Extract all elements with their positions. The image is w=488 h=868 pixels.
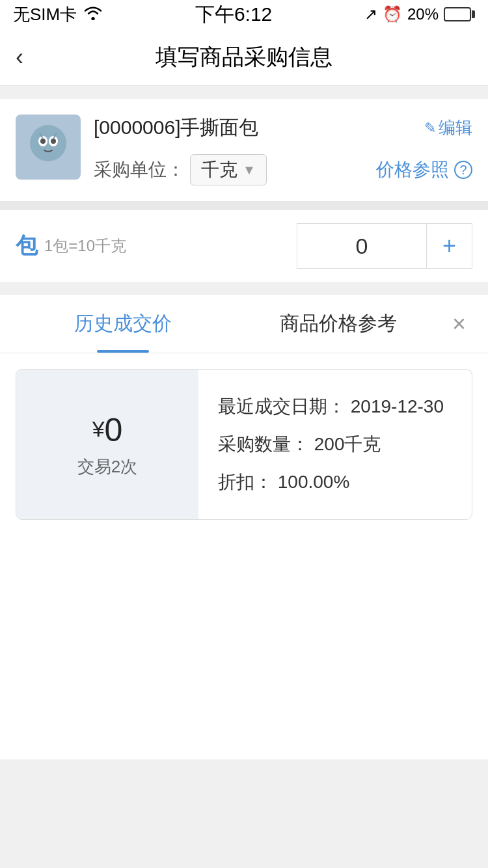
price-ref-label: 价格参照 <box>376 157 449 182</box>
svg-point-0 <box>30 125 66 161</box>
quantity-label: 包 1包=10千克 <box>16 231 126 261</box>
recent-date-value: 2019-12-30 <box>351 396 444 416</box>
tab-history-price[interactable]: 历史成交价 <box>16 295 230 353</box>
svg-point-3 <box>40 139 46 144</box>
discount-row: 折扣： 100.00% <box>218 468 452 496</box>
history-card: ¥0 交易2次 最近成交日期： 2019-12-30 采购数量： 200千克 折… <box>16 369 472 520</box>
edit-icon: ✎ <box>424 120 436 137</box>
package-note: 1包=10千克 <box>44 236 126 256</box>
history-details-panel: 最近成交日期： 2019-12-30 采购数量： 200千克 折扣： 100.0… <box>198 370 472 519</box>
wifi-icon <box>83 5 103 25</box>
tab-content: ¥0 交易2次 最近成交日期： 2019-12-30 采购数量： 200千克 折… <box>0 369 488 759</box>
unit-label: 采购单位： <box>94 157 185 182</box>
price-ref-help-icon: ? <box>454 161 472 179</box>
tab-close-button[interactable]: × <box>446 304 472 344</box>
quantity-input-group: + <box>297 223 472 269</box>
unit-dropdown-arrow: ▼ <box>243 163 256 178</box>
product-unit-row: 采购单位： 千克 ▼ 价格参照 ? <box>94 154 472 185</box>
purchase-qty-row: 采购数量： 200千克 <box>218 431 452 458</box>
edit-button[interactable]: ✎ 编辑 <box>424 116 472 139</box>
history-price-value: ¥0 <box>92 411 123 449</box>
page-title: 填写商品采购信息 <box>156 42 332 72</box>
battery-icon <box>444 7 475 21</box>
location-icon: ↗ <box>364 5 377 23</box>
product-thumb-icon <box>25 120 71 174</box>
product-name: [0000006]手撕面包 <box>94 115 258 141</box>
status-time: 下午6:12 <box>195 1 272 28</box>
tabs-container: 历史成交价 商品价格参考 × ¥0 交易2次 最近成交日期： 2019-12-3… <box>0 295 488 759</box>
purchase-qty-value: 200千克 <box>314 434 381 454</box>
status-bar: 无SIM卡 下午6:12 ↗ ⏰ 20% <box>0 0 488 29</box>
product-header: [0000006]手撕面包 ✎ 编辑 <box>94 115 472 141</box>
back-button[interactable]: ‹ <box>16 44 23 71</box>
battery-percent: 20% <box>407 5 439 23</box>
unit-value: 千克 <box>201 157 237 182</box>
history-price-panel: ¥0 交易2次 <box>16 370 198 519</box>
purchase-qty-label: 采购数量： <box>218 434 309 454</box>
navigation-bar: ‹ 填写商品采购信息 <box>0 29 488 86</box>
status-right: ↗ ⏰ 20% <box>364 5 475 23</box>
currency-symbol: ¥ <box>92 416 105 441</box>
package-icon: 包 <box>16 231 38 261</box>
unit-selector[interactable]: 千克 ▼ <box>190 154 267 185</box>
tab-price-reference[interactable]: 商品价格参考 <box>230 295 445 353</box>
recent-date-label: 最近成交日期： <box>218 396 346 416</box>
alarm-icon: ⏰ <box>383 5 402 23</box>
carrier-label: 无SIM卡 <box>13 3 77 26</box>
product-card: [0000006]手撕面包 ✎ 编辑 采购单位： 千克 ▼ 价格参照 ? <box>0 99 488 201</box>
tabs-header: 历史成交价 商品价格参考 × <box>0 295 488 353</box>
svg-point-4 <box>51 139 56 144</box>
discount-label: 折扣： <box>218 472 273 492</box>
quantity-input[interactable] <box>297 223 427 269</box>
discount-value: 100.00% <box>278 472 350 492</box>
history-trades-count: 交易2次 <box>77 455 137 478</box>
recent-date-row: 最近成交日期： 2019-12-30 <box>218 393 452 420</box>
product-thumbnail <box>16 115 81 180</box>
product-info: [0000006]手撕面包 ✎ 编辑 采购单位： 千克 ▼ 价格参照 ? <box>94 115 472 185</box>
quantity-row: 包 1包=10千克 + <box>0 210 488 282</box>
divider <box>0 201 488 210</box>
price-reference-button[interactable]: 价格参照 ? <box>376 157 472 182</box>
quantity-plus-button[interactable]: + <box>427 223 472 269</box>
status-left: 无SIM卡 <box>13 3 103 26</box>
